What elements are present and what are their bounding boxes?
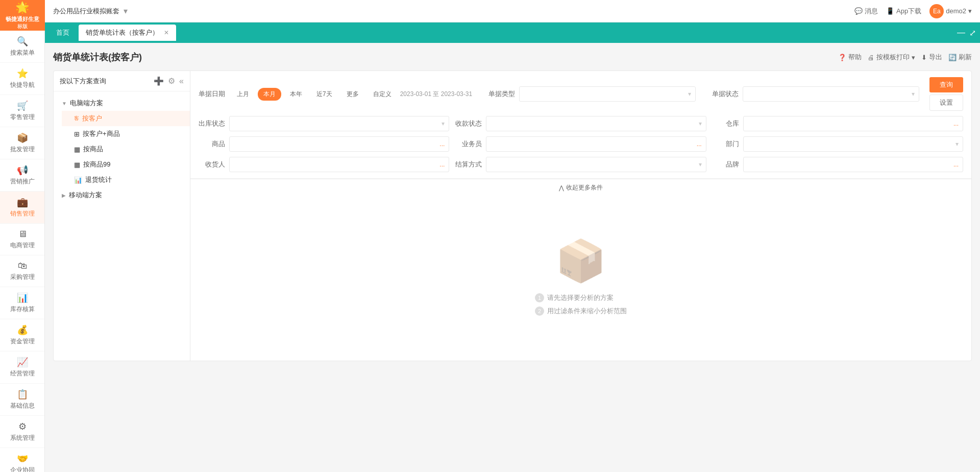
tab-minimize-icon[interactable]: —: [957, 28, 965, 37]
topbar-dropdown-icon[interactable]: ▾: [124, 6, 128, 16]
dept-col: 部门 ▾: [713, 136, 963, 152]
warehouse-input[interactable]: ...: [743, 116, 963, 131]
hint-num-2: 2: [535, 306, 544, 316]
date-btn-custom[interactable]: 自定义: [368, 88, 397, 101]
app-download-button[interactable]: 📱 App下载: [886, 7, 921, 16]
recipient-input[interactable]: ...: [229, 157, 449, 172]
sidebar-item-inventory[interactable]: 📊 库存核算: [0, 287, 44, 319]
product-more-icon[interactable]: ...: [439, 140, 445, 148]
salesperson-more-icon[interactable]: ...: [697, 140, 702, 148]
doc-type-arrow-icon: ▾: [688, 90, 691, 98]
doc-type-select[interactable]: ▾: [519, 86, 696, 102]
date-btn-this-month[interactable]: 本月: [258, 88, 281, 101]
tab-close-icon[interactable]: ✕: [164, 29, 169, 36]
sidebar-item-operations[interactable]: 📈 经营管理: [0, 351, 44, 384]
collapse-sidebar-button[interactable]: «: [179, 77, 184, 86]
warehouse-more-icon[interactable]: ...: [953, 120, 959, 127]
tab-sales-stat[interactable]: 销货单统计表（按客户） ✕: [79, 25, 176, 41]
dept-select[interactable]: ▾: [743, 136, 963, 152]
query-panel: 按以下方案查询 ➕ ⚙ « ▼ 电脑端方案: [53, 70, 972, 361]
sidebar-item-label: 库存核算: [10, 305, 35, 314]
sidebar-item-label: 系统管理: [10, 434, 35, 442]
filter-row-1: 单据日期 上月 本月 本年 近7天 更多 自定义 2023-03-01 至 20…: [199, 77, 963, 111]
tab-maximize-icon[interactable]: ⤢: [969, 28, 976, 38]
message-icon: 💬: [854, 7, 863, 15]
purchase-icon: 🛍: [18, 261, 27, 271]
retail-icon: 🛒: [17, 100, 28, 111]
filter-area: 单据日期 上月 本月 本年 近7天 更多 自定义 2023-03-01 至 20…: [190, 71, 971, 179]
wholesale-icon: 📦: [17, 132, 28, 144]
collapse-more-button[interactable]: ⋀ 收起更多条件: [559, 183, 603, 192]
brand-input[interactable]: ...: [743, 157, 963, 172]
edit-scheme-button[interactable]: ⚙: [168, 76, 175, 86]
refresh-button[interactable]: 🔄 刷新: [948, 53, 972, 62]
sidebar-item-label: 零售管理: [10, 113, 35, 122]
sidebar-item-quicknav[interactable]: ⭐ 快捷导航: [0, 63, 44, 95]
tree-item-desktop[interactable]: ▼ 电脑端方案: [54, 96, 190, 111]
doc-status-select[interactable]: ▾: [743, 86, 919, 102]
tree-subitem-label: 按商品: [83, 145, 103, 154]
tree-subitem-by-product-99[interactable]: ▦ 按商品99: [62, 157, 190, 172]
out-status-select[interactable]: ▾: [229, 116, 449, 131]
sidebar-item-sales[interactable]: 💼 销售管理: [0, 192, 44, 224]
settlement-select[interactable]: ▾: [486, 157, 706, 172]
inventory-icon: 📊: [17, 292, 28, 303]
receipt-status-arrow-icon: ▾: [699, 120, 702, 127]
content-area: 销货单统计表(按客户) ❓ 帮助 🖨 按模板打印 ▾ ⬇ 导出: [45, 43, 980, 472]
sidebar-item-label: 基础信息: [10, 402, 35, 410]
sidebar-item-marketing[interactable]: 📢 营销推广: [0, 159, 44, 192]
collapse-label: 收起更多条件: [566, 183, 603, 192]
tab-home[interactable]: 首页: [49, 25, 77, 41]
help-button[interactable]: ❓ 帮助: [838, 53, 862, 62]
tree-subitem-by-customer[interactable]: 客 按客户: [62, 111, 190, 126]
salesperson-input[interactable]: ...: [486, 136, 706, 152]
sidebar-item-finance[interactable]: 💰 资金管理: [0, 319, 44, 351]
refresh-icon: 🔄: [948, 54, 957, 61]
query-button[interactable]: 查询: [929, 77, 963, 92]
date-label: 单据日期: [199, 89, 225, 99]
date-btn-last-month[interactable]: 上月: [231, 88, 255, 101]
print-button[interactable]: 🖨 按模板打印 ▾: [868, 53, 915, 62]
sidebar-item-basicinfo[interactable]: 📋 基础信息: [0, 384, 44, 416]
sidebar-item-system[interactable]: ⚙ 系统管理: [0, 416, 44, 448]
sidebar-item-enterprise[interactable]: 🤝 企业协同: [0, 448, 44, 472]
enterprise-icon: 🤝: [17, 453, 28, 464]
tree-item-mobile[interactable]: ▶ 移动端方案: [54, 187, 190, 203]
collapse-bar: ⋀ 收起更多条件: [190, 179, 971, 196]
date-btn-last-7[interactable]: 近7天: [311, 88, 338, 101]
sales-icon: 💼: [17, 197, 28, 208]
brand-more-icon[interactable]: ...: [953, 161, 959, 168]
tree-subitem-by-product[interactable]: ▦ 按商品: [62, 141, 190, 157]
sidebar-item-wholesale[interactable]: 📦 批发管理: [0, 127, 44, 159]
app-logo: 🌟 畅捷通好生意 标版: [0, 0, 45, 31]
date-btn-more[interactable]: 更多: [341, 88, 364, 101]
marketing-icon: 📢: [17, 164, 28, 176]
receipt-status-col: 收款状态 ▾: [455, 116, 706, 131]
export-button[interactable]: ⬇ 导出: [921, 53, 942, 62]
sidebar-item-purchase[interactable]: 🛍 采购管理: [0, 255, 44, 287]
user-menu[interactable]: Ea demo2 ▾: [929, 4, 972, 18]
recipient-more-icon[interactable]: ...: [439, 161, 445, 168]
print-icon: 🖨: [868, 54, 874, 61]
sidebar-item-label: 企业协同: [10, 466, 35, 472]
home-tab-label: 首页: [56, 28, 69, 37]
sidebar-item-search[interactable]: 🔍 搜索菜单: [0, 31, 44, 63]
message-button[interactable]: 💬 消息: [854, 7, 878, 16]
tree-subitem-return-stats[interactable]: 📊 退货统计: [62, 172, 190, 187]
product-input[interactable]: ...: [229, 136, 449, 152]
operations-icon: 📈: [17, 357, 28, 368]
empty-illustration: 📦: [555, 237, 606, 285]
add-scheme-button[interactable]: ➕: [154, 76, 164, 86]
settlement-arrow-icon: ▾: [699, 161, 702, 168]
sidebar-item-ecommerce[interactable]: 🖥 电商管理: [0, 224, 44, 255]
help-label: 帮助: [848, 53, 862, 62]
settings-button[interactable]: 设置: [929, 95, 963, 111]
help-icon: ❓: [838, 54, 846, 61]
brand-col: 品牌 ...: [713, 157, 963, 172]
tree-subitem-by-customer-product[interactable]: ⊞ 按客户+商品: [62, 126, 190, 141]
receipt-status-select[interactable]: ▾: [486, 116, 706, 131]
date-btn-this-year[interactable]: 本年: [284, 88, 308, 101]
sidebar-item-retail[interactable]: 🛒 零售管理: [0, 95, 44, 127]
page-actions: ❓ 帮助 🖨 按模板打印 ▾ ⬇ 导出 🔄 刷新: [838, 53, 972, 62]
basicinfo-icon: 📋: [17, 389, 28, 400]
